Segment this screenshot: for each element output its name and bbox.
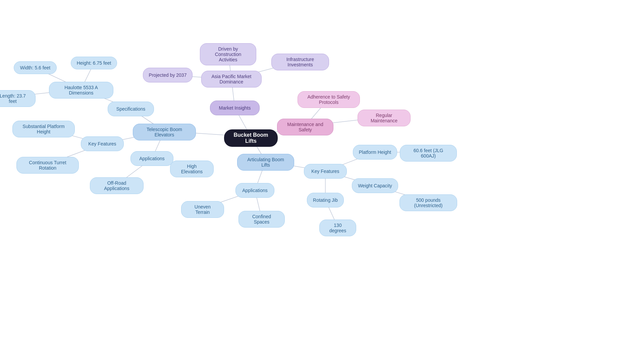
node-infrastructure[interactable]: Infrastructure Investments bbox=[271, 54, 329, 70]
node-regular_maintenance[interactable]: Regular Maintenance bbox=[358, 110, 411, 126]
node-haulotte[interactable]: Haulotte 5533 A Dimensions bbox=[49, 82, 113, 99]
node-applications_left[interactable]: Applications bbox=[130, 151, 173, 166]
node-uneven[interactable]: Uneven Terrain bbox=[181, 201, 224, 218]
node-turret[interactable]: Continuous Turret Rotation bbox=[16, 157, 79, 174]
node-length[interactable]: Length: 23.7 feet bbox=[0, 90, 36, 107]
node-articulating[interactable]: Articulating Boom Lifts bbox=[237, 154, 294, 171]
node-width[interactable]: Width: 5.6 feet bbox=[14, 61, 57, 74]
mindmap-container: Bucket Boom LiftsMarket InsightsAsia Pac… bbox=[0, 0, 644, 363]
node-off_road[interactable]: Off-Road Applications bbox=[90, 177, 144, 194]
node-applications_right[interactable]: Applications bbox=[235, 183, 274, 198]
node-substantial[interactable]: Substantial Platform Height bbox=[12, 121, 75, 137]
node-confined[interactable]: Confined Spaces bbox=[238, 211, 285, 228]
node-platform_height[interactable]: Platform Height bbox=[353, 145, 397, 160]
node-500_pounds[interactable]: 500 pounds (Unrestricted) bbox=[399, 194, 457, 211]
node-projected[interactable]: Projected by 2037 bbox=[143, 68, 193, 82]
node-height_dim[interactable]: Height: 6.75 feet bbox=[71, 57, 117, 69]
node-key_features_right[interactable]: Key Features bbox=[304, 164, 347, 179]
node-center[interactable]: Bucket Boom Lifts bbox=[224, 129, 278, 147]
node-weight_capacity[interactable]: Weight Capacity bbox=[352, 178, 398, 193]
node-60_feet[interactable]: 60.6 feet (JLG 600AJ) bbox=[400, 145, 457, 162]
node-specifications[interactable]: Specifications bbox=[108, 102, 154, 116]
node-driven[interactable]: Driven by Construction Activities bbox=[200, 43, 256, 65]
node-telescopic[interactable]: Telescopic Boom Elevators bbox=[133, 124, 196, 140]
node-130_degrees[interactable]: 130 degrees bbox=[319, 220, 356, 236]
node-adherence[interactable]: Adherence to Safety Protocols bbox=[298, 91, 360, 108]
node-rotating_jib[interactable]: Rotating Jib bbox=[307, 193, 344, 207]
node-maintenance_safety[interactable]: Maintenance and Safety bbox=[277, 119, 333, 135]
node-asia_pacific[interactable]: Asia Pacific Market Dominance bbox=[201, 71, 262, 87]
node-key_features_left[interactable]: Key Features bbox=[81, 136, 124, 151]
node-high_elevations[interactable]: High Elevations bbox=[170, 161, 214, 177]
node-market_insights[interactable]: Market Insights bbox=[210, 101, 260, 115]
